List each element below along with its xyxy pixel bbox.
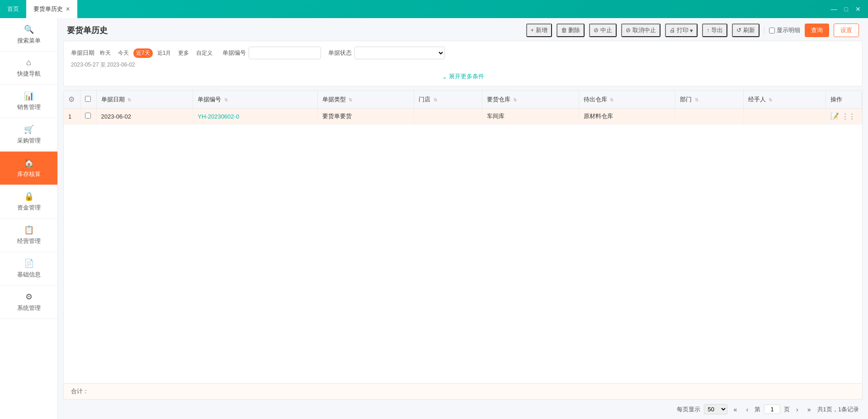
sort-doc-date-icon[interactable]: ⇅ [127, 97, 131, 102]
table-body: 1 2023-06-02 YH-20230602-0 要货单要货 车间库 原材料… [64, 109, 862, 124]
sidebar-item-purchase[interactable]: 🛒 采购管理 [0, 118, 57, 152]
top-bar: 首页 要货单历史 ✕ — □ ✕ [0, 0, 868, 18]
show-detail-checkbox[interactable]: 显示明细 [769, 26, 800, 34]
col-actions: 操作 [826, 90, 862, 109]
sort-out-warehouse-icon[interactable]: ⇅ [610, 97, 613, 102]
table-footer: 合计： [63, 384, 863, 400]
shortcut-today[interactable]: 今天 [115, 48, 132, 58]
export-button[interactable]: ↑ 导出 [702, 24, 727, 37]
cancel-stop-button[interactable]: ⊘ 取消中止 [621, 24, 660, 37]
print-dropdown-icon: ▾ [690, 27, 693, 34]
expand-more-btn[interactable]: ⌄ 展开更多条件 [71, 72, 855, 81]
col-settings: ⚙ [64, 90, 80, 109]
col-doc-number: 单据编号 ⇅ [193, 90, 317, 109]
col-out-warehouse: 待出仓库 ⇅ [579, 90, 675, 109]
next-next-page-btn[interactable]: » [805, 405, 814, 414]
next-page-btn[interactable]: › [793, 405, 801, 414]
sort-handler-icon[interactable]: ⇅ [769, 97, 772, 102]
base-info-icon: 📄 [24, 258, 34, 268]
col-doc-date: 单据日期 ⇅ [96, 90, 193, 109]
tab-requisition-history[interactable]: 要货单历史 ✕ [26, 0, 77, 18]
query-button[interactable]: 查询 [805, 24, 829, 37]
shortcut-1month[interactable]: 近1月 [155, 48, 174, 58]
doc-number-input[interactable] [249, 47, 321, 59]
sidebar-item-operations[interactable]: 📋 经营管理 [0, 219, 57, 252]
row-req-warehouse: 车间库 [482, 109, 579, 124]
delete-button[interactable]: 🗑 删除 [557, 24, 585, 37]
operations-icon: 📋 [24, 225, 34, 235]
page-size-select[interactable]: 50 20 100 [704, 404, 727, 414]
doc-status-select[interactable] [354, 47, 445, 59]
print-button[interactable]: 🖨 打印 ▾ [665, 24, 698, 37]
purchase-icon: 🛒 [24, 124, 34, 134]
refresh-button[interactable]: ↺ 刷新 [732, 24, 760, 37]
row-doc-type: 要货单要货 [317, 109, 414, 124]
main-layout: 🔍 搜索菜单 ⌂ 快捷导航 📊 销售管理 🛒 采购管理 🏠 库存核算 🔒 资金管… [0, 18, 868, 419]
inventory-icon: 🏠 [24, 158, 34, 168]
col-doc-type: 单据类型 ⇅ [317, 90, 414, 109]
sidebar-item-quick-nav[interactable]: ⌂ 快捷导航 [0, 52, 57, 85]
home-icon: ⌂ [26, 58, 31, 67]
table-wrapper: ⚙ 单据日期 ⇅ 单据编号 ⇅ [63, 90, 863, 384]
maximize-icon[interactable]: □ [843, 5, 850, 14]
filter-row: 单据日期 昨天 今天 近7天 近1月 更多 自定义 单据编号 [71, 47, 855, 59]
col-handler: 经手人 ⇅ [743, 90, 826, 109]
settings-button[interactable]: 设置 [834, 24, 859, 37]
sort-doc-type-icon[interactable]: ⇅ [349, 97, 352, 102]
minimize-icon[interactable]: — [829, 5, 839, 14]
stop-button[interactable]: ⊘ 中止 [589, 24, 617, 37]
toolbar: + 新增 🗑 删除 ⊘ 中止 ⊘ 取消中止 🖨 打印 ▾ ↑ 导出 [526, 24, 859, 37]
shortcut-yesterday[interactable]: 昨天 [97, 48, 113, 58]
sidebar: 🔍 搜索菜单 ⌂ 快捷导航 📊 销售管理 🛒 采购管理 🏠 库存核算 🔒 资金管… [0, 18, 58, 419]
doc-number-link[interactable]: YH-20230602-0 [198, 113, 239, 120]
col-checkbox [80, 90, 96, 109]
sort-department-icon[interactable]: ⇅ [695, 97, 698, 102]
pagination-bar: 每页显示 50 20 100 « ‹ 第 页 › » 共1页，1条记录 [58, 400, 868, 419]
row-handler [743, 109, 826, 124]
row-out-warehouse: 原材料仓库 [579, 109, 675, 124]
row-store [414, 109, 482, 124]
new-button[interactable]: + 新增 [526, 24, 552, 37]
col-department: 部门 ⇅ [675, 90, 743, 109]
doc-status-filter: 单据状态 [328, 47, 445, 59]
filter-area: 单据日期 昨天 今天 近7天 近1月 更多 自定义 单据编号 [63, 41, 863, 86]
sort-req-warehouse-icon[interactable]: ⇅ [513, 97, 517, 102]
page-number-input[interactable] [764, 405, 780, 414]
prev-prev-page-btn[interactable]: « [731, 405, 740, 414]
row-doc-number: YH-20230602-0 [193, 109, 317, 124]
close-tab-icon[interactable]: ✕ [66, 6, 70, 12]
tab-home[interactable]: 首页 [0, 0, 26, 18]
top-bar-right: — □ ✕ [829, 5, 868, 14]
finance-icon: 🔒 [24, 191, 34, 201]
expand-more-icon: ⌄ [442, 73, 447, 80]
shortcut-more[interactable]: 更多 [175, 48, 192, 58]
date-shortcuts: 昨天 今天 近7天 近1月 更多 自定义 [97, 48, 215, 58]
divider [764, 27, 764, 34]
row-checkbox-input[interactable] [85, 113, 91, 119]
doc-number-filter: 单据编号 [222, 47, 321, 59]
sidebar-item-finance[interactable]: 🔒 资金管理 [0, 185, 57, 219]
page-title: 要货单历史 [67, 25, 108, 36]
sidebar-item-inventory[interactable]: 🏠 库存核算 [0, 152, 57, 185]
sort-doc-number-icon[interactable]: ⇅ [224, 97, 228, 102]
column-settings-icon[interactable]: ⚙ [68, 95, 75, 103]
row-department [675, 109, 743, 124]
sidebar-item-search-menu[interactable]: 🔍 搜索菜单 [0, 18, 57, 52]
table-header-row: ⚙ 单据日期 ⇅ 单据编号 ⇅ [64, 90, 862, 109]
sort-store-icon[interactable]: ⇅ [434, 97, 437, 102]
row-seq: 1 [64, 109, 80, 124]
tab-bar: 首页 要货单历史 ✕ [0, 0, 77, 18]
sidebar-item-base-info[interactable]: 📄 基础信息 [0, 252, 57, 286]
close-window-icon[interactable]: ✕ [854, 5, 863, 14]
shortcut-custom[interactable]: 自定义 [193, 48, 215, 58]
system-icon: ⚙ [25, 292, 33, 302]
sidebar-item-system[interactable]: ⚙ 系统管理 [0, 286, 57, 319]
sidebar-item-sales[interactable]: 📊 销售管理 [0, 85, 57, 118]
data-table: ⚙ 单据日期 ⇅ 单据编号 ⇅ [64, 90, 862, 124]
prev-page-btn[interactable]: ‹ [743, 405, 751, 414]
edit-icon[interactable]: 📝 [830, 112, 839, 120]
show-detail-input[interactable] [769, 28, 775, 33]
shortcut-7days[interactable]: 近7天 [133, 48, 153, 58]
more-icon[interactable]: ⋮⋮ [842, 112, 855, 120]
select-all-checkbox[interactable] [85, 96, 91, 102]
